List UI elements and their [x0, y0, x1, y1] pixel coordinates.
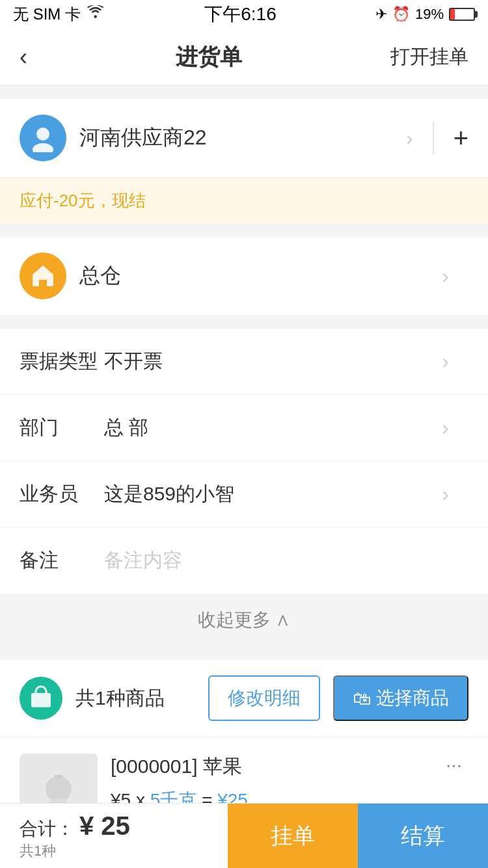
warehouse-icon	[20, 252, 66, 299]
sales-label: 业务员	[20, 481, 104, 508]
nav-bar: ‹ 进货单 打开挂单	[0, 29, 488, 86]
supplier-avatar	[20, 115, 66, 161]
divider	[433, 122, 434, 154]
battery-percent: 19%	[415, 6, 444, 23]
page-title: 进货单	[176, 42, 242, 72]
sales-value: 这是859的小智	[104, 481, 442, 508]
select-product-button[interactable]: 🛍 选择商品	[333, 675, 468, 721]
remark-input[interactable]: 备注内容	[104, 547, 468, 574]
collapse-label: 收起更多 ∧	[198, 608, 291, 632]
status-left: 无 SIM 卡	[13, 4, 105, 25]
dept-row[interactable]: 部门 总 部 ›	[0, 394, 488, 461]
sales-row[interactable]: 业务员 这是859的小智 ›	[0, 461, 488, 527]
svg-point-0	[36, 128, 49, 141]
footer-total: 合计： ¥ 25 共1种	[0, 811, 228, 861]
svg-rect-5	[31, 693, 51, 707]
svg-marker-3	[33, 265, 53, 275]
product-code: [0000001]	[111, 755, 197, 777]
svg-rect-8	[54, 775, 63, 779]
supplier-chevron-icon: ›	[406, 126, 413, 150]
collapse-row[interactable]: 收起更多 ∧	[0, 593, 488, 647]
status-bar: 无 SIM 卡 下午6:16 ✈ ⏰ 19%	[0, 0, 488, 29]
invoice-chevron-icon: ›	[442, 349, 449, 373]
sales-chevron-icon: ›	[442, 482, 449, 506]
carrier-label: 无 SIM 卡	[13, 4, 81, 25]
form-section: 票据类型 不开票 › 部门 总 部 › 业务员 这是859的小智 › 备注 备注…	[0, 328, 488, 593]
footer: 合计： ¥ 25 共1种 挂单 结算	[0, 803, 488, 868]
divider-1	[0, 224, 488, 237]
location-icon: ✈	[375, 6, 387, 23]
battery-icon	[449, 8, 475, 21]
dept-label: 部门	[20, 414, 104, 441]
total-label: 合计：	[20, 817, 74, 841]
supplier-name: 河南供应商22	[79, 124, 406, 152]
notice-bar: 应付-20元，现结	[0, 178, 488, 224]
total-amount: ¥ 25	[79, 811, 130, 841]
settle-button[interactable]: 结算	[358, 804, 488, 869]
select-product-label: 选择商品	[376, 686, 449, 711]
warehouse-name: 总仓	[79, 262, 442, 290]
alarm-icon: ⏰	[392, 6, 410, 23]
hang-label: 挂单	[271, 821, 315, 851]
product-title: [0000001] 苹果	[111, 753, 426, 780]
supplier-section: 河南供应商22 › + 应付-20元，现结	[0, 99, 488, 224]
open-hang-button[interactable]: 打开挂单	[390, 44, 468, 70]
divider-2	[0, 315, 488, 328]
top-divider	[0, 86, 488, 99]
product-count: 共1种商品	[75, 685, 195, 712]
hang-button[interactable]: 挂单	[228, 804, 358, 869]
product-header: 共1种商品 修改明细 🛍 选择商品	[0, 660, 488, 737]
total-sub: 共1种	[20, 841, 208, 861]
invoice-label: 票据类型	[20, 348, 104, 375]
svg-rect-4	[39, 280, 47, 286]
wifi-icon	[87, 5, 105, 23]
remark-label: 备注	[20, 547, 104, 574]
more-button[interactable]: ···	[439, 753, 468, 776]
warehouse-row[interactable]: 总仓 ›	[0, 237, 488, 315]
back-button[interactable]: ‹	[20, 44, 27, 71]
product-icon	[20, 677, 62, 720]
product-name: 苹果	[203, 755, 242, 777]
svg-point-1	[33, 143, 53, 152]
settle-label: 结算	[401, 821, 445, 851]
status-time: 下午6:16	[204, 2, 277, 27]
select-product-icon: 🛍	[353, 688, 371, 709]
add-button[interactable]: +	[454, 124, 468, 153]
dept-chevron-icon: ›	[442, 416, 449, 440]
warehouse-chevron-icon: ›	[442, 264, 449, 288]
remark-row[interactable]: 备注 备注内容	[0, 527, 488, 593]
invoice-value: 不开票	[104, 348, 442, 375]
warehouse-section: 总仓 ›	[0, 237, 488, 315]
status-right: ✈ ⏰ 19%	[375, 6, 475, 23]
modify-detail-button[interactable]: 修改明细	[208, 675, 320, 721]
divider-3	[0, 647, 488, 660]
invoice-row[interactable]: 票据类型 不开票 ›	[0, 328, 488, 394]
dept-value: 总 部	[104, 414, 442, 441]
supplier-row[interactable]: 河南供应商22 › +	[0, 99, 488, 178]
